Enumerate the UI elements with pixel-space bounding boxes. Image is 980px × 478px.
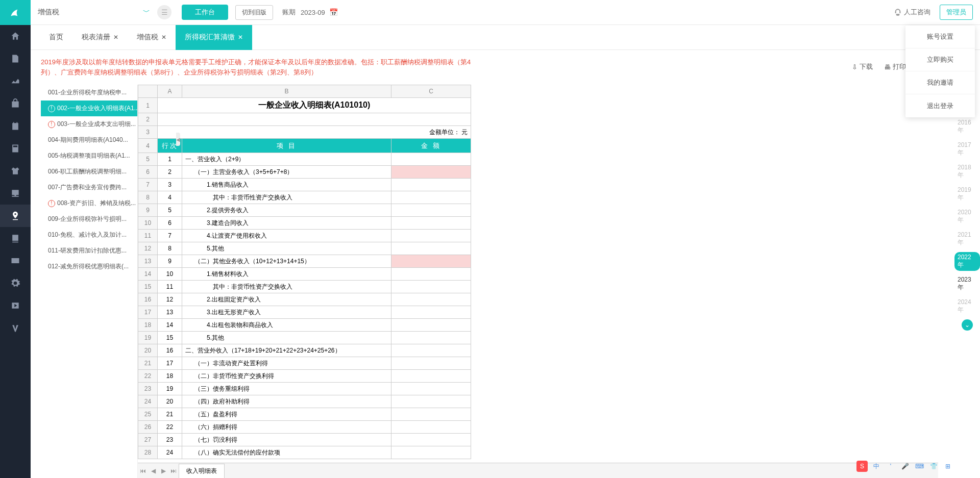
form-list-item[interactable]: 004-期间费用明细表(A1040... <box>41 132 137 148</box>
note-icon[interactable]: ☰ <box>157 5 172 19</box>
form-list-item[interactable]: !008-资产折旧、摊销及纳税... <box>41 195 137 211</box>
ime-kb-icon[interactable]: ⌨ <box>914 461 925 472</box>
table-row[interactable]: 51一、营业收入（2+9） <box>138 153 471 166</box>
table-row[interactable]: 2622（六）捐赠利得 <box>138 421 471 434</box>
ime-bar: S 中 ' 🎤 ⌨ 👕 ⊞ <box>856 461 953 472</box>
ime-grid-icon[interactable]: ⊞ <box>942 461 953 472</box>
nav-inbox-icon[interactable] <box>0 182 31 205</box>
close-icon[interactable]: ✕ <box>161 34 166 41</box>
nav-tax-icon[interactable] <box>0 205 31 227</box>
nav-home-icon[interactable] <box>0 25 31 47</box>
year-item[interactable]: 2023年 <box>954 274 980 293</box>
ime-punct-icon[interactable]: ' <box>885 461 896 472</box>
nav-export-icon[interactable] <box>0 227 31 249</box>
usermenu-item[interactable]: 我的邀请 <box>905 71 975 94</box>
page-tab[interactable]: 首页 <box>40 25 72 50</box>
table-row[interactable]: 2723（七）罚没利得 <box>138 434 471 446</box>
ime-logo-icon[interactable]: S <box>856 461 868 472</box>
nav-clip-icon[interactable] <box>0 115 31 137</box>
table-row[interactable]: 2420（四）政府补助利得 <box>138 395 471 408</box>
ime-skin-icon[interactable]: 👕 <box>928 461 939 472</box>
form-list-item[interactable]: 007-广告费和业务宣传费跨... <box>41 180 137 195</box>
table-row[interactable]: 18144.出租包装物和商品收入 <box>138 319 471 332</box>
form-list-item[interactable]: 010-免税、减计收入及加计... <box>41 227 137 243</box>
table-row[interactable]: 62（一）主营业务收入（3+5+6+7+8） <box>138 166 471 179</box>
table-row[interactable]: 731.销售商品收入 <box>138 179 471 191</box>
ime-mic-icon[interactable]: 🎤 <box>899 461 911 472</box>
form-list-item[interactable]: 011-研发费用加计扣除优惠... <box>41 243 137 259</box>
close-icon[interactable]: ✕ <box>238 34 243 41</box>
table-row[interactable]: 139（二）其他业务收入（10+12+13+14+15） <box>138 255 471 268</box>
sheet-next-icon[interactable]: ▶ <box>158 467 168 474</box>
switch-old-button[interactable]: 切到旧版 <box>235 5 273 20</box>
table-row[interactable]: 1511其中：非货币性资产交换收入 <box>138 281 471 293</box>
page-tab[interactable]: 增值税✕ <box>128 25 176 50</box>
sheet-first-icon[interactable]: ⏮ <box>138 467 148 474</box>
nav-doc-icon[interactable] <box>0 47 31 70</box>
calendar-icon[interactable]: 📅 <box>329 8 338 16</box>
table-row[interactable]: 14101.销售材料收入 <box>138 268 471 281</box>
table-row[interactable]: 17133.出租无形资产收入 <box>138 306 471 319</box>
customer-service[interactable]: 人工咨询 <box>894 8 930 17</box>
print-button[interactable]: 🖶 打印 <box>884 62 906 71</box>
year-item[interactable]: 2016年 <box>954 117 980 136</box>
nav-video-icon[interactable] <box>0 294 31 317</box>
form-list-item[interactable]: !003-一般企业成本支出明细... <box>41 116 137 132</box>
module-selector[interactable]: 增值税﹀ <box>38 8 150 17</box>
nav-shirt-icon[interactable] <box>0 160 31 182</box>
sheet-tab-active[interactable]: 收入明细表 <box>179 464 225 478</box>
table-row[interactable]: 1174.让渡资产使用权收入 <box>138 230 471 242</box>
form-list-item[interactable]: 006-职工薪酬纳税调整明细... <box>41 164 137 180</box>
usermenu-item[interactable]: 退出登录 <box>905 94 975 117</box>
error-icon: ! <box>48 105 55 112</box>
nav-v-icon[interactable] <box>0 317 31 339</box>
year-item[interactable]: 2019年 <box>954 185 980 204</box>
workspace-button[interactable]: 工作台 <box>182 5 228 20</box>
nav-chart-icon[interactable] <box>0 70 31 92</box>
page-tab[interactable]: 税表清册✕ <box>72 25 128 50</box>
form-list-item[interactable]: 012-减免所得税优惠明细表(... <box>41 259 137 274</box>
form-list-item[interactable]: 001-企业所得税年度纳税申... <box>41 85 137 100</box>
form-list-item[interactable]: 005-纳税调整项目明细表(A1... <box>41 148 137 164</box>
download-button[interactable]: ⇩ 下载 <box>852 62 873 71</box>
collapse-handle[interactable]: ◀ <box>176 133 180 146</box>
table-row[interactable]: 16122.出租固定资产收入 <box>138 293 471 306</box>
nav-mail-icon[interactable] <box>0 249 31 272</box>
year-item[interactable]: 2018年 <box>954 162 980 181</box>
table-row[interactable]: 84其中：非货币性资产交换收入 <box>138 191 471 204</box>
table-row[interactable]: 2117（一）非流动资产处置利得 <box>138 357 471 370</box>
sheet-last-icon[interactable]: ⏭ <box>168 467 179 474</box>
usermenu-item[interactable]: 立即购买 <box>905 48 975 71</box>
form-list-item[interactable]: !002-一般企业收入明细表(A1... <box>41 100 137 116</box>
table-row[interactable]: 952.提供劳务收入 <box>138 204 471 217</box>
year-item[interactable]: 2020年 <box>954 207 980 226</box>
period-value[interactable]: 2023-09 <box>301 9 325 16</box>
table-row[interactable]: 19155.其他 <box>138 332 471 344</box>
usermenu-item[interactable]: 账号设置 <box>905 26 975 48</box>
nav-calc-icon[interactable] <box>0 137 31 160</box>
year-item[interactable]: 2024年 <box>954 297 980 316</box>
ime-cn-icon[interactable]: 中 <box>871 461 882 472</box>
app-logo[interactable] <box>0 0 31 25</box>
nav-gear-icon[interactable] <box>0 272 31 294</box>
table-row[interactable]: 2016二、营业外收入（17+18+19+20+21+22+23+24+25+2… <box>138 344 471 357</box>
nav-bag-icon[interactable] <box>0 92 31 115</box>
table-row[interactable]: 1063.建造合同收入 <box>138 217 471 230</box>
page-tab[interactable]: 所得税汇算清缴✕ <box>176 25 252 50</box>
table-row[interactable]: 2521（五）盘盈利得 <box>138 408 471 421</box>
table-row[interactable]: 2824（八）确实无法偿付的应付款项 <box>138 446 471 459</box>
year-item[interactable]: 2022年 <box>954 252 980 271</box>
table-row[interactable]: 2319（三）债务重组利得 <box>138 383 471 395</box>
close-icon[interactable]: ✕ <box>113 34 118 41</box>
table-row[interactable]: 1285.其他 <box>138 242 471 255</box>
table-row[interactable]: 2218（二）非货币性资产交换利得 <box>138 370 471 383</box>
year-more-icon[interactable]: ⌄ <box>962 319 973 331</box>
sheet-prev-icon[interactable]: ◀ <box>148 467 158 474</box>
year-item[interactable]: 2017年 <box>954 140 980 159</box>
chevron-down-icon: ﹀ <box>143 8 150 17</box>
form-list-item[interactable]: 009-企业所得税弥补亏损明... <box>41 211 137 227</box>
data-grid[interactable]: ABC1一般企业收入明细表(A101010)23金额单位： 元4行次项 目金 额… <box>138 85 471 459</box>
year-item[interactable]: 2021年 <box>954 230 980 248</box>
admin-button[interactable]: 管理员 <box>940 5 973 20</box>
left-nav <box>0 0 31 478</box>
